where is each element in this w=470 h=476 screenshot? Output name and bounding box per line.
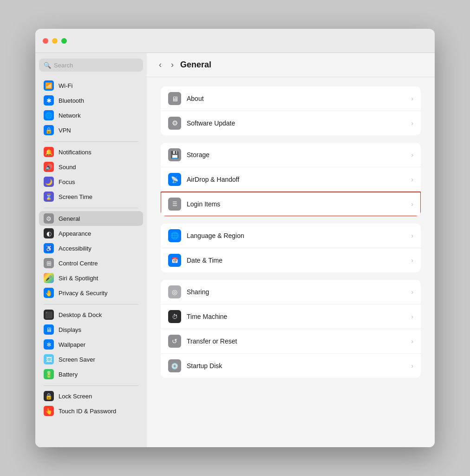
network-icon: 🌐 xyxy=(44,110,54,120)
sidebar-label-network: Network xyxy=(59,112,81,119)
general-icon: ⚙ xyxy=(44,213,54,224)
system-preferences-window: 🔍 Search 📶 Wi-Fi ✱ Bluetooth 🌐 Network xyxy=(35,29,435,447)
search-icon: 🔍 xyxy=(44,62,51,69)
sidebar-label-appearance: Appearance xyxy=(59,230,91,237)
timemachine-icon: ⏱ xyxy=(168,310,181,323)
nav-forward-button[interactable]: › xyxy=(168,59,176,71)
settings-row-transferreset[interactable]: ↺ Transfer or Reset › xyxy=(161,329,421,354)
controlcentre-icon: ⊞ xyxy=(44,258,54,268)
titlebar xyxy=(35,29,435,53)
datetime-label: Date & Time xyxy=(187,257,411,264)
sidebar-item-privacy[interactable]: 🤚 Privacy & Security xyxy=(39,285,143,300)
desktopdock-icon: ⬛ xyxy=(44,310,54,320)
loginitems-label: Login Items xyxy=(187,200,411,208)
settings-row-airdrop[interactable]: 📡 AirDrop & Handoff › xyxy=(161,167,421,192)
sidebar-item-lockscreen[interactable]: 🔒 Lock Screen xyxy=(39,389,143,403)
focus-icon: 🌙 xyxy=(44,177,54,187)
search-input[interactable]: Search xyxy=(54,62,73,69)
sidebar-item-battery[interactable]: 🔋 Battery xyxy=(39,367,143,382)
traffic-lights xyxy=(43,38,67,44)
settings-row-sharing[interactable]: ◎ Sharing › xyxy=(161,280,421,304)
sidebar-group-desktop: ⬛ Desktop & Dock 🖥 Displays ❄ Wallpaper … xyxy=(39,307,143,382)
sidebar-label-siri: Siri & Spotlight xyxy=(59,275,98,282)
wifi-icon: 📶 xyxy=(44,80,54,91)
sidebar-divider-2 xyxy=(44,208,138,208)
sidebar-item-vpn[interactable]: 🔒 VPN xyxy=(39,123,143,138)
touchid-icon: 👆 xyxy=(44,406,54,416)
settings-group-storage: 💾 Storage › 📡 AirDrop & Handoff › ☰ Logi… xyxy=(161,143,421,216)
maximize-button[interactable] xyxy=(61,38,67,44)
sharing-label: Sharing xyxy=(187,288,411,296)
sidebar-item-screentime[interactable]: ⌛ Screen Time xyxy=(39,189,143,204)
sidebar-item-accessibility[interactable]: ♿ Accessibility xyxy=(39,241,143,256)
vpn-icon: 🔒 xyxy=(44,125,54,135)
timemachine-label: Time Machine xyxy=(187,313,411,320)
sidebar-item-desktopdock[interactable]: ⬛ Desktop & Dock xyxy=(39,307,143,322)
settings-group-language: 🌐 Language & Region › 📅 Date & Time › xyxy=(161,224,421,272)
sidebar-label-battery: Battery xyxy=(59,371,78,378)
settings-row-softwareupdate[interactable]: ⚙ Software Update › xyxy=(161,111,421,135)
sidebar-divider-4 xyxy=(44,385,138,386)
sidebar-label-screentime: Screen Time xyxy=(59,193,92,200)
close-button[interactable] xyxy=(43,38,48,44)
sidebar-group-general: ⚙ General ◐ Appearance ♿ Accessibility ⊞… xyxy=(39,211,143,300)
sidebar-group-lockscreen: 🔒 Lock Screen 👆 Touch ID & Password xyxy=(39,389,143,418)
screentime-icon: ⌛ xyxy=(44,192,54,202)
storage-icon: 💾 xyxy=(168,148,181,161)
airdrop-label: AirDrop & Handoff xyxy=(187,176,411,183)
bluetooth-icon: ✱ xyxy=(44,95,54,106)
settings-row-language[interactable]: 🌐 Language & Region › xyxy=(161,224,421,248)
sidebar-label-sound: Sound xyxy=(59,164,76,171)
softwareupdate-icon: ⚙ xyxy=(168,117,181,130)
sidebar-label-focus: Focus xyxy=(59,178,75,185)
wallpaper-icon: ❄ xyxy=(44,339,54,350)
about-icon: 🖥 xyxy=(168,92,181,105)
sidebar-group-network: 📶 Wi-Fi ✱ Bluetooth 🌐 Network 🔒 VPN xyxy=(39,78,143,138)
sidebar-label-accessibility: Accessibility xyxy=(59,245,91,252)
settings-row-storage[interactable]: 💾 Storage › xyxy=(161,143,421,167)
sidebar-item-wallpaper[interactable]: ❄ Wallpaper xyxy=(39,337,143,352)
sidebar-label-general: General xyxy=(59,215,80,222)
nav-back-button[interactable]: ‹ xyxy=(156,59,164,71)
settings-row-startupdisk[interactable]: 💿 Startup Disk › xyxy=(161,354,421,378)
transferreset-chevron: › xyxy=(411,337,413,345)
search-bar[interactable]: 🔍 Search xyxy=(39,59,143,72)
screensaver-icon: 🖼 xyxy=(44,354,54,364)
main-panel: ‹ › General 🖥 About › ⚙ Software Update … xyxy=(147,53,435,447)
settings-row-timemachine[interactable]: ⏱ Time Machine › xyxy=(161,304,421,329)
appearance-icon: ◐ xyxy=(44,228,54,238)
startupdisk-chevron: › xyxy=(411,362,413,370)
startupdisk-label: Startup Disk xyxy=(187,362,411,370)
lockscreen-icon: 🔒 xyxy=(44,391,54,401)
loginitems-icon: ☰ xyxy=(168,198,181,211)
datetime-chevron: › xyxy=(411,257,413,264)
sidebar-item-controlcentre[interactable]: ⊞ Control Centre xyxy=(39,256,143,271)
sidebar-group-notifications: 🔔 Notifications 🔊 Sound 🌙 Focus ⌛ Screen… xyxy=(39,145,143,204)
airdrop-chevron: › xyxy=(411,176,413,183)
sidebar-item-appearance[interactable]: ◐ Appearance xyxy=(39,226,143,241)
settings-row-about[interactable]: 🖥 About › xyxy=(161,86,421,111)
sidebar-item-siri[interactable]: 🎤 Siri & Spotlight xyxy=(39,271,143,285)
sidebar-item-screensaver[interactable]: 🖼 Screen Saver xyxy=(39,352,143,367)
minimize-button[interactable] xyxy=(52,38,58,44)
sidebar-item-wifi[interactable]: 📶 Wi-Fi xyxy=(39,78,143,93)
startupdisk-icon: 💿 xyxy=(168,359,181,372)
datetime-icon: 📅 xyxy=(168,254,181,267)
window-content: 🔍 Search 📶 Wi-Fi ✱ Bluetooth 🌐 Network xyxy=(35,53,435,447)
sidebar-item-sound[interactable]: 🔊 Sound xyxy=(39,159,143,174)
sidebar-item-general[interactable]: ⚙ General xyxy=(39,211,143,226)
transferreset-icon: ↺ xyxy=(168,335,181,348)
sidebar-item-bluetooth[interactable]: ✱ Bluetooth xyxy=(39,93,143,108)
loginitems-chevron: › xyxy=(411,200,413,208)
battery-icon: 🔋 xyxy=(44,369,54,379)
sharing-icon: ◎ xyxy=(168,285,181,298)
sidebar-item-touchid[interactable]: 👆 Touch ID & Password xyxy=(39,403,143,418)
sidebar-label-desktopdock: Desktop & Dock xyxy=(59,311,102,318)
sidebar-item-displays[interactable]: 🖥 Displays xyxy=(39,322,143,337)
sidebar-item-notifications[interactable]: 🔔 Notifications xyxy=(39,145,143,159)
page-title: General xyxy=(180,60,211,70)
settings-row-datetime[interactable]: 📅 Date & Time › xyxy=(161,248,421,272)
sidebar-item-focus[interactable]: 🌙 Focus xyxy=(39,174,143,189)
sidebar-item-network[interactable]: 🌐 Network xyxy=(39,108,143,123)
settings-row-loginitems[interactable]: ☰ Login Items › xyxy=(161,192,421,216)
